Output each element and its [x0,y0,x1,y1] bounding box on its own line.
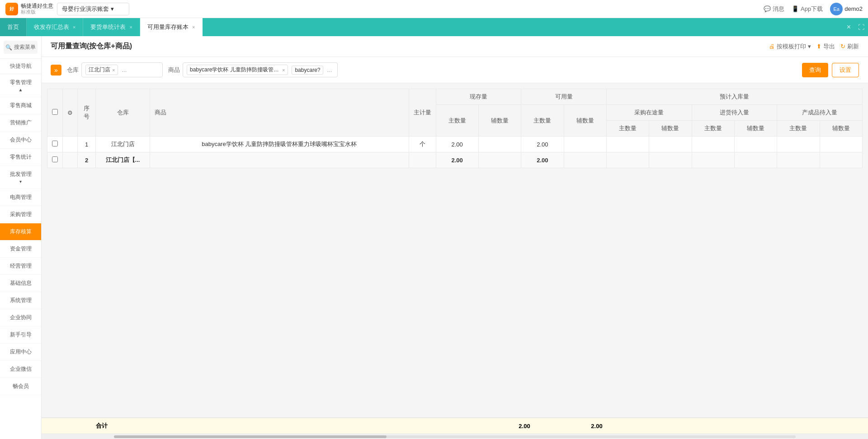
sidebar-item-retail-mgmt[interactable]: 零售管理 ▲ [0,74,41,97]
sidebar-item-wholesale-mgmt[interactable]: 批发管理 ▾ [0,166,41,189]
td-avail-main-2: 2.00 [521,152,564,168]
sidebar-item-member-center[interactable]: 会员中心 [0,132,41,149]
td-pur-aux-2 [649,152,692,168]
message-button[interactable]: 💬 消息 [764,5,784,13]
app-download-button[interactable]: 📱 App下载 [792,5,823,13]
chevron-icon-2: ▾ [19,179,22,184]
sidebar-item-system-mgmt[interactable]: 系统管理 [0,292,41,309]
user-area[interactable]: Ea demo2 [830,3,863,15]
filter-bar: » 仓库 江北门店 × ... 商品 babycare学饮杯 儿童防摔防撞吸管杯… [42,57,868,83]
td-inb-aux-1 [734,137,777,152]
select-all-checkbox[interactable] [52,109,58,115]
th-production-group: 产成品待入量 [777,105,863,121]
sidebar-item-basic-info[interactable]: 基础信息 [0,275,41,292]
td-settings-1 [63,137,78,152]
sidebar-item-operations-mgmt[interactable]: 经营管理 [0,258,41,275]
td-product-1: babycare学饮杯 儿童防摔防撞吸管杯重力球吸嘴杯宝宝水杯 [150,137,409,152]
download-icon: 📱 [792,5,799,12]
filter-expand-button[interactable]: » [51,65,61,76]
sidebar-item-enterprise-wechat[interactable]: 企业微信 [0,361,41,378]
sidebar-item-app-center[interactable]: 应用中心 [0,344,41,361]
th-settings[interactable]: ⚙ [63,89,78,137]
sidebar-item-inventory-check[interactable]: 库存核算 [0,223,41,241]
top-bar-left: 好 畅捷通好生意 标准版 母婴行业演示账套 ▾ [5,3,129,15]
chevron-icon: ▲ [19,87,23,92]
table-row: 1 江北门店 babycare学饮杯 儿童防摔防撞吸管杯重力球吸嘴杯宝宝水杯 个… [47,137,863,152]
data-table: ⚙ 序号 仓库 商品 主计量 现存量 可用量 预计入库量 主数量 辅数量 主数量 [47,89,863,168]
row-checkbox-1[interactable] [52,141,58,146]
settings-button[interactable]: 设置 [832,63,859,77]
logo-area: 好 畅捷通好生意 标准版 [5,3,53,15]
td-checkbox-2[interactable] [47,152,63,168]
close-all-tabs[interactable]: × [847,23,854,31]
product-input[interactable]: babycare学饮杯 儿童防摔防撞吸管杯重力球吸嘴杯宝宝水杯 × babyca… [183,62,338,77]
table-row: 2 江北门店【... 2.00 2.00 [47,152,863,168]
print-template-button[interactable]: 🖨 按模板打印 ▾ [769,42,811,51]
th-purchase-aux: 辅数量 [649,121,692,137]
tab-home[interactable]: 首页 [0,18,27,36]
product-tag-1: babycare学饮杯 儿童防摔防撞吸管杯重力球吸嘴杯宝宝水杯 × [187,65,288,75]
nav-tabs: 首页 收发存汇总表 × 要货单统计表 × 可用量库存账本 × × ⛶ [0,18,868,36]
search-menu-button[interactable]: 🔍 搜索菜单 [4,41,38,54]
th-inbound-group: 进货待入量 [692,105,777,121]
sidebar-item-enterprise-collab[interactable]: 企业协同 [0,309,41,326]
warehouse-tag: 江北门店 × [85,65,118,75]
query-button[interactable]: 查询 [802,63,828,77]
tab-close-receipts[interactable]: × [73,24,75,30]
remove-warehouse-tag[interactable]: × [112,67,115,73]
avatar: Ea [830,3,843,15]
tab-receipts[interactable]: 收发存汇总表 × [27,18,83,36]
td-checkbox-1[interactable] [47,137,63,152]
product-more[interactable]: ... [325,66,334,73]
sidebar-item-new-guide[interactable]: 新手引导 [0,326,41,344]
td-pur-main-1 [606,137,649,152]
th-purchase-main: 主数量 [606,121,649,137]
sidebar-item-retail-mall[interactable]: 零售商城 [0,97,41,114]
th-inbound-aux: 辅数量 [734,121,777,137]
td-pur-aux-1 [649,137,692,152]
scrollbar-thumb[interactable] [114,435,387,438]
tab-inventory[interactable]: 可用量库存账本 × [140,18,203,36]
td-inb-aux-2 [734,152,777,168]
expand-tabs[interactable]: ⛶ [858,24,868,31]
refresh-button[interactable]: ↻ 刷新 [840,42,859,51]
table-header-row-1: ⚙ 序号 仓库 商品 主计量 现存量 可用量 预计入库量 [47,89,863,105]
sidebar-item-purchase-mgmt[interactable]: 采购管理 [0,206,41,223]
warehouse-input[interactable]: 江北门店 × ... [81,62,163,77]
message-icon: 💬 [764,5,771,12]
row-checkbox-2[interactable] [52,156,58,162]
top-bar-right: 💬 消息 📱 App下载 Ea demo2 [764,3,863,15]
industry-selector[interactable]: 母婴行业演示账套 ▾ [57,3,129,15]
sidebar-item-ecommerce-mgmt[interactable]: 电商管理 [0,189,41,206]
th-production-aux: 辅数量 [820,121,862,137]
page-header: 可用量查询(按仓库+商品) 🖨 按模板打印 ▾ ⬆ 导出 ↻ 刷新 [42,36,868,57]
td-stock-main-1: 2.00 [436,137,478,152]
tab-orders[interactable]: 要货单统计表 × [83,18,140,36]
export-button[interactable]: ⬆ 导出 [816,42,835,51]
th-available-aux: 辅数量 [564,105,606,137]
sidebar-item-marketing[interactable]: 营销推广 [0,114,41,132]
warehouse-filter: 仓库 江北门店 × ... [67,62,163,77]
tab-close-orders[interactable]: × [129,24,132,30]
page-title: 可用量查询(按仓库+商品) [51,42,132,57]
remove-product-tag-1[interactable]: × [282,67,285,73]
th-purchase-group: 采购在途量 [606,105,692,121]
th-available-main: 主数量 [521,105,564,137]
td-pur-main-2 [606,152,649,168]
sidebar-item-retail-stats[interactable]: 零售统计 [0,149,41,166]
warehouse-more[interactable]: ... [120,66,128,73]
td-avail-aux-2 [564,152,606,168]
td-warehouse-1: 江北门店 [96,137,150,152]
td-prod-main-1 [777,137,820,152]
refresh-icon: ↻ [840,43,845,50]
horizontal-scrollbar[interactable] [42,434,868,439]
quick-nav-button[interactable]: 快捷导航 [0,59,41,74]
tab-close-inventory[interactable]: × [192,24,195,30]
td-avail-main-1: 2.00 [521,137,564,152]
sidebar-search-area: 🔍 搜索菜单 [0,36,41,59]
sidebar: 🔍 搜索菜单 快捷导航 零售管理 ▲ 零售商城 营销推广 会员中心 零售统计 批… [0,36,42,439]
sidebar-item-vip-member[interactable]: 畅会员 [0,378,41,395]
th-checkbox[interactable] [47,89,63,137]
footer-avail-main: 2.00 [579,423,615,430]
sidebar-item-finance-mgmt[interactable]: 资金管理 [0,241,41,258]
